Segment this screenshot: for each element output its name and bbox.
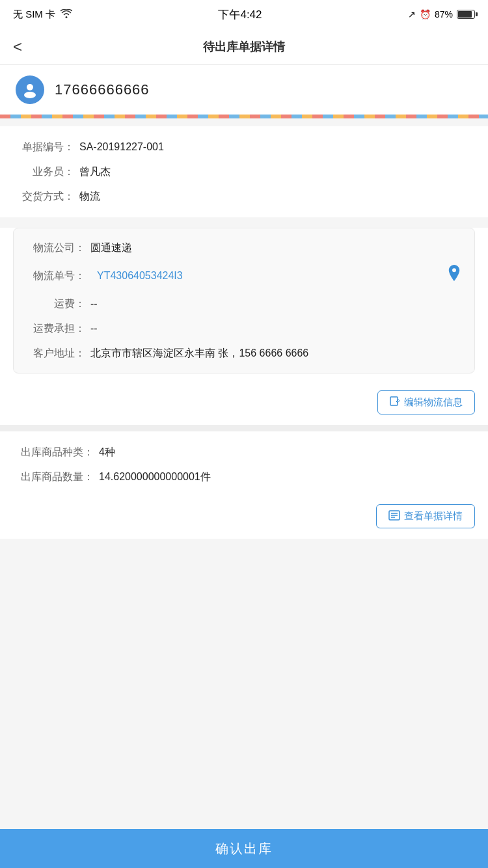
carrier-text: 无 SIM 卡 bbox=[13, 8, 55, 21]
goods-type-value: 4种 bbox=[99, 444, 472, 460]
edit-btn-row: 编辑物流信息 bbox=[0, 384, 488, 425]
back-button[interactable]: < bbox=[13, 33, 30, 61]
status-right: ↗ ⏰ 87% bbox=[408, 9, 475, 20]
goods-section: 出库商品种类： 4种 出库商品数量： 14.620000000000001件 bbox=[0, 431, 488, 498]
dashed-divider bbox=[0, 115, 488, 118]
view-detail-row: 查看单据详情 bbox=[0, 498, 488, 539]
goods-quantity-value: 14.620000000000001件 bbox=[99, 469, 472, 485]
freight-label: 运费： bbox=[27, 296, 85, 312]
goods-quantity-label: 出库商品数量： bbox=[16, 469, 94, 485]
user-phone: 17666666666 bbox=[55, 81, 150, 98]
user-header-section: 17666666666 bbox=[0, 65, 488, 118]
battery-icon bbox=[457, 10, 475, 19]
salesman-value: 曾凡杰 bbox=[79, 164, 472, 180]
nav-bar: < 待出库单据详情 bbox=[0, 29, 488, 65]
address-value: 北京市市辖区海淀区永丰南 张，156 6666 6666 bbox=[90, 346, 461, 361]
detail-icon bbox=[388, 510, 400, 522]
logistics-company-value: 圆通速递 bbox=[90, 240, 461, 256]
view-detail-label: 查看单据详情 bbox=[404, 510, 463, 522]
freight-row: 运费： -- bbox=[27, 296, 461, 312]
address-row: 客户地址： 北京市市辖区海淀区永丰南 张，156 6666 6666 bbox=[27, 346, 461, 361]
location-icon: ↗ bbox=[408, 9, 416, 20]
edit-icon bbox=[390, 396, 400, 409]
alarm-icon: ⏰ bbox=[420, 9, 431, 20]
goods-type-label: 出库商品种类： bbox=[16, 444, 94, 460]
user-header: 17666666666 bbox=[0, 65, 488, 115]
status-time: 下午4:42 bbox=[218, 7, 262, 22]
bottom-space bbox=[0, 539, 488, 669]
freight-value: -- bbox=[90, 296, 461, 312]
svg-point-1 bbox=[24, 92, 36, 98]
goods-type-row: 出库商品种类： 4种 bbox=[16, 444, 472, 460]
page-title: 待出库单据详情 bbox=[203, 39, 285, 55]
document-number-label: 单据编号： bbox=[16, 139, 74, 155]
edit-logistics-button[interactable]: 编辑物流信息 bbox=[377, 390, 475, 414]
logistics-tracking-row: 物流单号： YT43064053424I3 bbox=[27, 265, 461, 287]
logistics-company-row: 物流公司： 圆通速递 bbox=[27, 240, 461, 256]
freight-bear-value: -- bbox=[90, 321, 461, 336]
wifi-icon bbox=[61, 9, 72, 20]
logistics-company-label: 物流公司： bbox=[27, 240, 85, 256]
section-divider bbox=[0, 425, 488, 431]
confirm-button[interactable]: 确认出库 bbox=[0, 829, 488, 868]
delivery-value: 物流 bbox=[79, 189, 472, 204]
freight-bear-row: 运费承担： -- bbox=[27, 321, 461, 336]
location-pin-icon[interactable] bbox=[447, 265, 461, 287]
logistics-tracking-value: YT43064053424I3 bbox=[97, 268, 441, 284]
freight-bear-label: 运费承担： bbox=[27, 321, 85, 336]
edit-logistics-label: 编辑物流信息 bbox=[404, 396, 463, 409]
delivery-label: 交货方式： bbox=[16, 189, 74, 204]
document-number-value: SA-20191227-001 bbox=[79, 139, 472, 155]
logistics-tracking-label: 物流单号： bbox=[27, 268, 85, 284]
delivery-row: 交货方式： 物流 bbox=[16, 189, 472, 204]
logistics-card: 物流公司： 圆通速递 物流单号： YT43064053424I3 运费： -- … bbox=[13, 228, 475, 373]
address-label: 客户地址： bbox=[27, 346, 85, 361]
avatar bbox=[16, 75, 44, 104]
document-info-section: 单据编号： SA-20191227-001 业务员： 曾凡杰 交货方式： 物流 bbox=[0, 126, 488, 217]
battery-percent: 87% bbox=[435, 9, 453, 20]
salesman-label: 业务员： bbox=[16, 164, 74, 180]
confirm-btn-container: 确认出库 bbox=[0, 829, 488, 868]
status-bar: 无 SIM 卡 下午4:42 ↗ ⏰ 87% bbox=[0, 0, 488, 29]
status-left: 无 SIM 卡 bbox=[13, 8, 72, 21]
svg-point-0 bbox=[27, 84, 33, 90]
document-number-row: 单据编号： SA-20191227-001 bbox=[16, 139, 472, 155]
logistics-section: 物流公司： 圆通速递 物流单号： YT43064053424I3 运费： -- … bbox=[0, 228, 488, 425]
view-detail-button[interactable]: 查看单据详情 bbox=[376, 504, 475, 528]
salesman-row: 业务员： 曾凡杰 bbox=[16, 164, 472, 180]
goods-quantity-row: 出库商品数量： 14.620000000000001件 bbox=[16, 469, 472, 485]
